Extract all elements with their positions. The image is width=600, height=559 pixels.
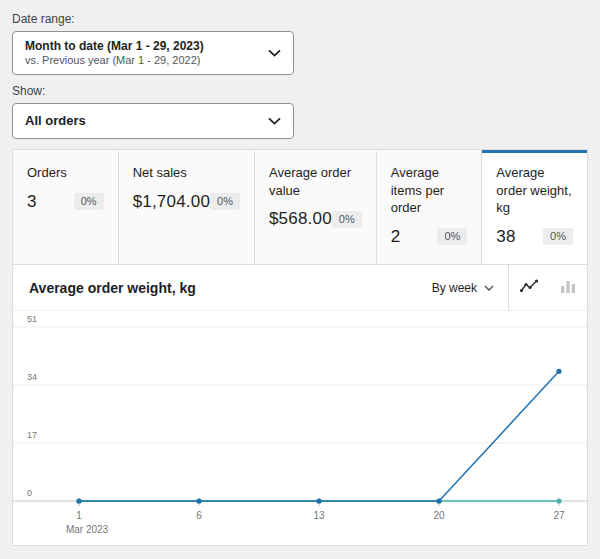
svg-text:0: 0: [27, 488, 32, 498]
svg-text:17: 17: [27, 430, 37, 440]
stat-value: $1,704.00: [133, 192, 210, 212]
bar-chart-icon: [560, 279, 576, 296]
filters-section: Date range: Month to date (Mar 1 - 29, 2…: [12, 12, 588, 139]
stat-label: Average order value: [269, 164, 362, 199]
stat-label: Orders: [27, 164, 104, 182]
svg-text:13: 13: [313, 510, 325, 521]
chevron-down-icon: [268, 117, 281, 125]
chart-title: Average order weight, kg: [29, 280, 196, 296]
stat-tab-average-order-value[interactable]: Average order value $568.00 0%: [255, 150, 377, 264]
svg-text:20: 20: [433, 510, 445, 521]
stat-value: 2: [391, 227, 401, 247]
chart-area: 513417016132027Mar 2023: [13, 311, 587, 545]
chart-header: Average order weight, kg By week: [13, 265, 587, 311]
stat-value: $568.00: [269, 209, 332, 229]
show-value: All orders: [25, 113, 86, 129]
summary-stats: Orders 3 0% Net sales $1,704.00 0% Avera…: [13, 150, 587, 265]
line-chart-icon: [520, 279, 538, 296]
date-range-value: Month to date (Mar 1 - 29, 2023): [25, 39, 204, 54]
svg-text:1: 1: [76, 510, 82, 521]
stat-tab-average-order-weight[interactable]: Average order weight, kg 38 0%: [482, 150, 587, 264]
stat-delta-badge: 0%: [332, 211, 362, 228]
date-range-compare-value: vs. Previous year (Mar 1 - 29, 2022): [25, 54, 204, 68]
stat-value: 3: [27, 192, 37, 212]
stat-delta-badge: 0%: [437, 228, 467, 245]
chevron-down-icon: [484, 285, 494, 291]
analytics-card: Orders 3 0% Net sales $1,704.00 0% Avera…: [12, 149, 588, 546]
interval-value: By week: [432, 281, 477, 295]
stat-value: 38: [496, 227, 515, 247]
chevron-down-icon: [268, 49, 281, 57]
stat-label: Average items per order: [391, 164, 468, 217]
svg-text:Mar 2023: Mar 2023: [66, 524, 109, 535]
stat-label: Average order weight, kg: [496, 164, 573, 217]
date-range-label: Date range:: [12, 12, 588, 26]
svg-text:51: 51: [27, 315, 37, 324]
chart-svg: 513417016132027Mar 2023: [13, 315, 587, 543]
interval-select[interactable]: By week: [418, 265, 508, 311]
stat-label: Net sales: [133, 164, 240, 182]
bar-chart-toggle[interactable]: [549, 265, 587, 311]
svg-text:27: 27: [553, 510, 565, 521]
line-chart-toggle[interactable]: [509, 265, 549, 311]
date-range-select[interactable]: Month to date (Mar 1 - 29, 2023) vs. Pre…: [12, 31, 294, 75]
svg-text:34: 34: [27, 372, 37, 382]
svg-text:6: 6: [196, 510, 202, 521]
show-select[interactable]: All orders: [12, 103, 294, 139]
stat-tab-net-sales[interactable]: Net sales $1,704.00 0%: [119, 150, 255, 264]
stat-delta-badge: 0%: [543, 228, 573, 245]
stat-delta-badge: 0%: [210, 193, 240, 210]
stat-tab-orders[interactable]: Orders 3 0%: [13, 150, 119, 264]
stat-delta-badge: 0%: [74, 193, 104, 210]
show-label: Show:: [12, 84, 588, 98]
stat-tab-average-items-per-order[interactable]: Average items per order 2 0%: [377, 150, 483, 264]
